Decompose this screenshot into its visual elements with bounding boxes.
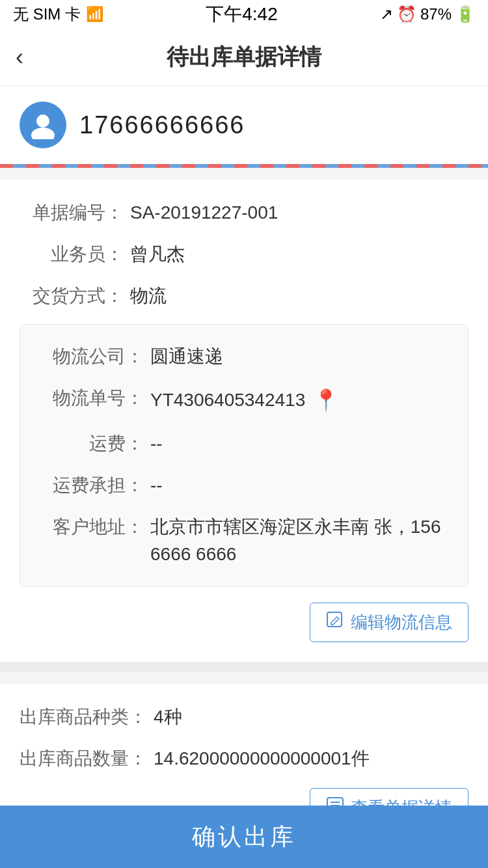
- nav-bar: ‹ 待出库单据详情: [0, 29, 488, 86]
- carrier-label: 无 SIM 卡: [13, 4, 81, 25]
- category-value: 4种: [154, 703, 468, 731]
- avatar: [20, 102, 66, 148]
- user-phone: 17666666666: [79, 111, 245, 139]
- svg-point-0: [36, 115, 49, 128]
- wifi-icon: 📶: [86, 6, 103, 23]
- freight-value: --: [150, 430, 448, 457]
- location-pin-icon[interactable]: 📍: [313, 385, 339, 416]
- user-header: 17666666666: [0, 86, 488, 164]
- logistics-company-row: 物流公司： 圆通速递: [40, 343, 448, 370]
- document-number-label: 单据编号：: [20, 199, 124, 226]
- quantity-row: 出库商品数量： 14.62000000000000001件: [20, 745, 468, 772]
- document-number-row: 单据编号： SA-20191227-001: [20, 199, 468, 226]
- delivery-row: 交货方式： 物流: [20, 282, 468, 310]
- alarm-icon: ⏰: [397, 5, 416, 23]
- status-right: ↗ ⏰ 87% 🔋: [380, 5, 475, 23]
- category-row: 出库商品种类： 4种: [20, 703, 468, 731]
- document-number-value: SA-20191227-001: [130, 199, 468, 226]
- tracking-number-value: YT4306405342413 📍: [150, 385, 448, 416]
- freight-bearer-row: 运费承担： --: [40, 472, 448, 499]
- delivery-label: 交货方式：: [20, 282, 124, 310]
- edit-icon: [326, 611, 344, 634]
- dashed-divider: [0, 164, 488, 168]
- category-label: 出库商品种类：: [20, 703, 147, 731]
- quantity-value: 14.62000000000000001件: [154, 745, 468, 772]
- logistics-company-value: 圆通速递: [150, 343, 448, 370]
- tracking-number-label: 物流单号：: [40, 385, 144, 412]
- logistics-company-label: 物流公司：: [40, 343, 144, 370]
- location-icon: ↗: [380, 5, 393, 23]
- battery-label: 87%: [420, 5, 452, 23]
- back-button[interactable]: ‹: [16, 44, 23, 71]
- edit-logistics-button[interactable]: 编辑物流信息: [310, 603, 468, 642]
- address-label: 客户地址：: [40, 513, 144, 541]
- quantity-label: 出库商品数量：: [20, 745, 147, 772]
- confirm-outbound-button[interactable]: 确认出库: [0, 806, 488, 868]
- logistics-card: 物流公司： 圆通速递 物流单号： YT4306405342413 📍 运费： -…: [20, 324, 468, 587]
- battery-icon: 🔋: [455, 5, 475, 23]
- salesperson-row: 业务员： 曾凡杰: [20, 241, 468, 268]
- salesperson-value: 曾凡杰: [130, 241, 468, 268]
- page-title: 待出库单据详情: [167, 42, 321, 72]
- address-row: 客户地址： 北京市市辖区海淀区永丰南 张，156 6666 6666: [40, 513, 448, 568]
- status-left: 无 SIM 卡 📶: [13, 4, 103, 25]
- edit-logistics-area: 编辑物流信息: [20, 603, 468, 642]
- freight-row: 运费： --: [40, 430, 448, 457]
- status-time: 下午4:42: [206, 2, 278, 27]
- section-divider: [0, 662, 488, 672]
- main-content: 17666666666 单据编号： SA-20191227-001 业务员： 曾…: [0, 86, 488, 868]
- status-bar: 无 SIM 卡 📶 下午4:42 ↗ ⏰ 87% 🔋: [0, 0, 488, 29]
- freight-label: 运费：: [40, 430, 144, 457]
- address-value: 北京市市辖区海淀区永丰南 张，156 6666 6666: [150, 513, 448, 568]
- freight-bearer-label: 运费承担：: [40, 472, 144, 499]
- tracking-number-row: 物流单号： YT4306405342413 📍: [40, 385, 448, 416]
- basic-info-section: 单据编号： SA-20191227-001 业务员： 曾凡杰 交货方式： 物流 …: [0, 180, 488, 662]
- delivery-value: 物流: [130, 282, 468, 310]
- confirm-outbound-label: 确认出库: [192, 821, 296, 853]
- svg-point-1: [31, 128, 55, 139]
- salesperson-label: 业务员：: [20, 241, 124, 268]
- freight-bearer-value: --: [150, 472, 448, 499]
- edit-logistics-label: 编辑物流信息: [351, 611, 452, 634]
